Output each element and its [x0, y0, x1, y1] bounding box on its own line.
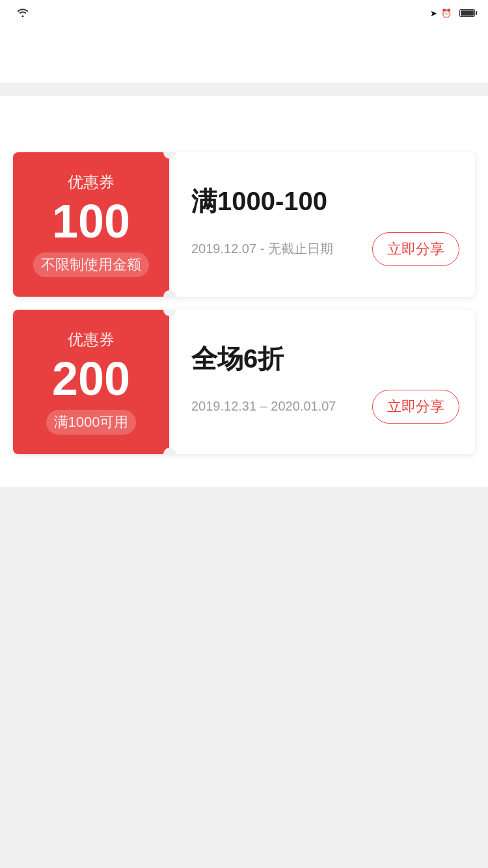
coupon-name-0: 满1000-100 [191, 183, 459, 219]
coupon-inner-0: 优惠券 100 不限制使用金额 满1000-100 2019.12.07 - 无… [13, 152, 475, 297]
coupon-name-1: 全场6折 [191, 341, 459, 377]
coupon-bottom-1: 2019.12.31 – 2020.01.07 立即分享 [191, 390, 459, 424]
coupon-right-1: 全场6折 2019.12.31 – 2020.01.07 立即分享 [170, 310, 475, 454]
nav-bar [0, 26, 488, 83]
coupon-inner-1: 优惠券 200 满1000可用 全场6折 2019.12.31 – 2020.0… [13, 310, 475, 454]
battery-icon [459, 9, 475, 17]
share-button-0[interactable]: 立即分享 [372, 232, 459, 266]
status-right: ➤ ⏰ [430, 8, 475, 18]
coupon-date-0: 2019.12.07 - 无截止日期 [191, 240, 366, 258]
coupon-label-0: 优惠券 [68, 172, 115, 193]
top-divider [0, 83, 488, 96]
coupon-left-0: 优惠券 100 不限制使用金额 [13, 152, 169, 297]
status-bar: ➤ ⏰ [0, 0, 488, 26]
coupon-right-0: 满1000-100 2019.12.07 - 无截止日期 立即分享 [170, 152, 475, 297]
coupon-bottom-0: 2019.12.07 - 无截止日期 立即分享 [191, 232, 459, 266]
wifi-icon [17, 8, 29, 19]
coupon-label-1: 优惠券 [68, 329, 115, 350]
coupon-card-1: 优惠券 200 满1000可用 全场6折 2019.12.31 – 2020.0… [13, 310, 475, 454]
coupon-condition-0: 不限制使用金额 [33, 252, 149, 277]
coupon-left-1: 优惠券 200 满1000可用 [13, 310, 169, 454]
coupon-condition-1: 满1000可用 [46, 410, 137, 435]
status-left [13, 8, 29, 19]
empty-area [0, 487, 488, 812]
coupon-card-0: 优惠券 100 不限制使用金额 满1000-100 2019.12.07 - 无… [13, 152, 475, 297]
coupon-amount-0: 100 [52, 198, 130, 245]
coupon-list: 优惠券 100 不限制使用金额 满1000-100 2019.12.07 - 无… [0, 133, 488, 487]
location-icon: ➤ [430, 8, 437, 18]
section-header [0, 96, 488, 133]
coupon-date-1: 2019.12.31 – 2020.01.07 [191, 399, 366, 414]
back-button[interactable] [13, 48, 26, 61]
share-button-1[interactable]: 立即分享 [372, 390, 459, 424]
coupon-amount-1: 200 [52, 355, 130, 402]
alarm-icon: ⏰ [441, 8, 452, 18]
